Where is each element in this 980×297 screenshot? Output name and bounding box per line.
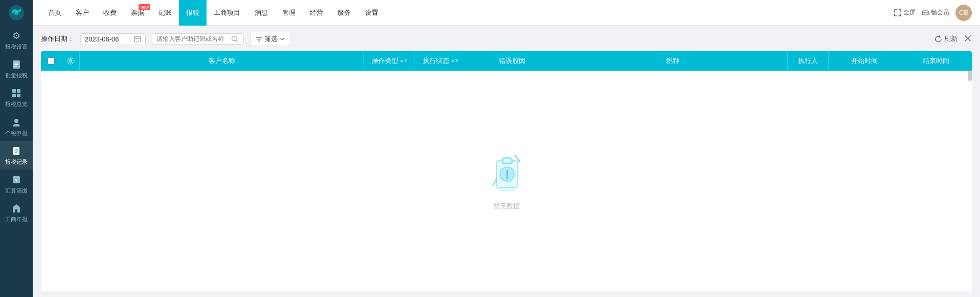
- empty-state: 暂无数据: [473, 140, 540, 221]
- svg-rect-8: [12, 94, 16, 97]
- svg-point-41: [506, 177, 508, 179]
- search-box[interactable]: [152, 33, 244, 45]
- sidebar-item-gssb[interactable]: 个税申报: [0, 112, 33, 141]
- toolbar: 操作日期：: [41, 32, 972, 46]
- th-client-label: 客户名称: [209, 56, 235, 66]
- refresh-icon: [935, 35, 942, 43]
- sidebar-item-bsz[interactable]: ⚙ 报税设置: [0, 26, 33, 54]
- th-tax: 税种: [558, 51, 788, 71]
- nav-mgmt[interactable]: 管理: [275, 0, 303, 26]
- svg-line-27: [236, 40, 238, 43]
- nav-service[interactable]: 服务: [330, 0, 358, 26]
- svg-text:¥: ¥: [14, 178, 18, 183]
- nav-biz-label: 工商项目: [214, 8, 240, 17]
- date-picker[interactable]: [80, 33, 146, 45]
- nav-msg[interactable]: 消息: [247, 0, 275, 26]
- fullscreen-btn[interactable]: 全屏: [894, 8, 916, 17]
- th-executor-label: 执行人: [798, 56, 818, 66]
- svg-rect-19: [15, 209, 17, 213]
- fullscreen-icon: [894, 9, 901, 16]
- close-icon: [964, 34, 972, 43]
- filter-button[interactable]: 筛选: [250, 32, 290, 46]
- filter-label: 筛选: [264, 34, 278, 44]
- th-tax-label: 税种: [666, 56, 679, 66]
- nav-home-label: 首页: [48, 8, 61, 17]
- settings-icon: ⚙: [10, 30, 22, 42]
- member-icon: [922, 9, 929, 16]
- table-wrapper: 客户名称 操作类型 ▲▼ 执行状态 ▲▼ 错误股因 税种 执行人: [41, 51, 972, 291]
- th-settings[interactable]: [61, 51, 80, 71]
- svg-line-34: [515, 156, 519, 161]
- svg-rect-22: [134, 36, 141, 42]
- date-input[interactable]: [85, 35, 131, 43]
- refresh-button[interactable]: 刷新: [935, 34, 958, 44]
- avatar[interactable]: CE: [955, 5, 972, 21]
- status-sort-icon: ▲▼: [451, 59, 459, 63]
- sidebar-item-gsnn-label: 工商年报: [5, 216, 28, 223]
- nav-mgmt-label: 管理: [282, 8, 295, 17]
- search-input[interactable]: [156, 35, 228, 43]
- close-button[interactable]: [964, 34, 972, 44]
- topnav: 首页 客户 收费 票据 new 记账 报税 工商项目 消息: [33, 0, 980, 26]
- sidebar-item-bszl-label: 报税总览: [5, 101, 28, 108]
- th-status-label: 执行状态: [423, 56, 449, 66]
- table-header: 客户名称 操作类型 ▲▼ 执行状态 ▲▼ 错误股因 税种 执行人: [41, 51, 972, 71]
- personal-tax-icon: [10, 116, 22, 129]
- nav-account[interactable]: 记账: [151, 0, 179, 26]
- sidebar-item-plbs[interactable]: 批量报税: [0, 54, 33, 83]
- nav-ops-label: 经营: [310, 8, 323, 17]
- avatar-text: CE: [959, 9, 968, 16]
- table-body: 暂无数据: [41, 71, 972, 291]
- svg-rect-20: [922, 11, 928, 15]
- nav-invoice[interactable]: 票据 new: [124, 0, 151, 26]
- th-endtime: 结束时间: [900, 51, 972, 71]
- sidebar-item-bsjl-label: 报税记录: [5, 159, 28, 165]
- sidebar-item-hssl-label: 汇算清缴: [5, 187, 28, 194]
- fullscreen-label: 全屏: [903, 8, 916, 17]
- select-all-checkbox[interactable]: [48, 57, 55, 65]
- sidebar-item-hssl[interactable]: ¥ 汇算清缴: [0, 169, 33, 198]
- nav-tax[interactable]: 报税: [179, 0, 207, 26]
- tax-record-icon: [10, 145, 22, 157]
- sidebar-item-bszl[interactable]: 报税总览: [0, 83, 33, 112]
- nav-service-label: 服务: [337, 8, 351, 17]
- member-label: 畅会员: [931, 8, 949, 17]
- nav-msg-label: 消息: [255, 8, 268, 17]
- svg-rect-7: [17, 89, 20, 93]
- chevron-down-icon: [280, 36, 285, 41]
- main-wrapper: 首页 客户 收费 票据 new 记账 报税 工商项目 消息: [33, 0, 980, 297]
- th-optype[interactable]: 操作类型 ▲▼: [364, 51, 415, 71]
- th-error-label: 错误股因: [499, 56, 526, 66]
- annual-settle-icon: ¥: [10, 174, 22, 186]
- column-settings-icon: [66, 57, 75, 65]
- th-client: 客户名称: [80, 51, 364, 71]
- sidebar-item-bsjl[interactable]: 报税记录: [0, 141, 33, 169]
- nav-biz[interactable]: 工商项目: [207, 0, 247, 26]
- th-error: 错误股因: [466, 51, 558, 71]
- sidebar: ⚙ 报税设置 批量报税 报税总览: [0, 0, 33, 297]
- nav-fee-label: 收费: [103, 8, 117, 17]
- nav-settings[interactable]: 设置: [358, 0, 385, 26]
- th-checkbox[interactable]: [41, 51, 61, 71]
- empty-illustration: [484, 151, 530, 197]
- nav-fee[interactable]: 收费: [96, 0, 124, 26]
- nav-settings-label: 设置: [365, 8, 378, 17]
- th-executor: 执行人: [788, 51, 829, 71]
- search-icon: [231, 35, 238, 43]
- nav-ops[interactable]: 经营: [303, 0, 330, 26]
- svg-rect-38: [504, 159, 510, 162]
- nav-home[interactable]: 首页: [41, 0, 69, 26]
- refresh-label: 刷新: [944, 34, 958, 44]
- date-label: 操作日期：: [41, 34, 74, 44]
- member-btn[interactable]: 畅会员: [922, 8, 949, 17]
- th-endtime-label: 结束时间: [923, 56, 949, 66]
- nav-client[interactable]: 客户: [69, 0, 96, 26]
- sidebar-item-gsnn[interactable]: 工商年报: [0, 198, 33, 227]
- th-status[interactable]: 执行状态 ▲▼: [415, 51, 466, 71]
- sidebar-logo: [0, 0, 33, 26]
- calendar-icon: [134, 35, 141, 43]
- scroll-indicator[interactable]: [968, 71, 972, 81]
- batch-tax-icon: [10, 58, 22, 71]
- sidebar-item-plbs-label: 批量报税: [5, 72, 28, 79]
- sidebar-item-bsz-label: 报税设置: [5, 44, 28, 50]
